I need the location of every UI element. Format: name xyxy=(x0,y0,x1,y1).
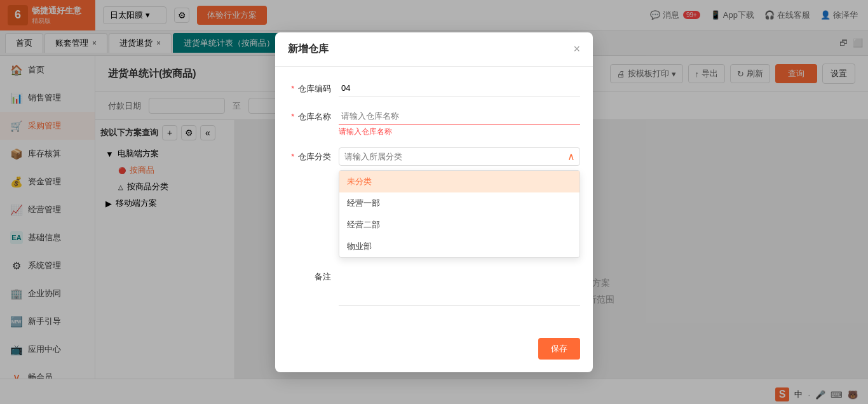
dialog-close-btn[interactable]: × xyxy=(573,43,580,56)
dialog-title: 新增仓库 xyxy=(288,43,329,56)
note-textarea[interactable] xyxy=(339,267,580,306)
new-warehouse-dialog: 新增仓库 × * 仓库编码 * 仓库名称 xyxy=(275,32,593,372)
name-error-msg: 请输入仓库名称 xyxy=(339,126,580,137)
form-row-code: * 仓库编码 xyxy=(288,79,580,97)
category-input[interactable] xyxy=(339,147,580,166)
category-input-wrap: ∧ xyxy=(339,147,580,166)
category-label: * 仓库分类 xyxy=(288,147,339,163)
form-row-category: * 仓库分类 ∧ 未分类 经营一部 经营二部 物业部 xyxy=(288,147,580,166)
required-star-3: * xyxy=(291,152,294,161)
code-input[interactable] xyxy=(339,79,580,97)
dialog-footer: 保存 xyxy=(275,330,593,372)
note-control xyxy=(339,267,580,307)
name-control: 请输入仓库名称 xyxy=(339,107,580,137)
dropdown-item-dept1[interactable]: 经营一部 xyxy=(339,192,580,214)
form-row-note: 备注 xyxy=(288,267,580,307)
dialog-header: 新增仓库 × xyxy=(275,32,593,67)
required-star-2: * xyxy=(291,112,294,121)
code-label-text: 仓库编码 xyxy=(298,84,331,93)
category-control: ∧ 未分类 经营一部 经营二部 物业部 xyxy=(339,147,580,166)
name-input[interactable] xyxy=(339,107,580,125)
name-label: * 仓库名称 xyxy=(288,107,339,123)
dialog-overlay: 新增仓库 × * 仓库编码 * 仓库名称 xyxy=(0,0,868,404)
category-label-text: 仓库分类 xyxy=(298,152,331,161)
dropdown-item-none[interactable]: 未分类 xyxy=(339,171,580,192)
dialog-body: * 仓库编码 * 仓库名称 请输入仓库名称 xyxy=(275,67,593,330)
save-button[interactable]: 保存 xyxy=(538,338,580,360)
required-star: * xyxy=(291,84,294,93)
code-control xyxy=(339,79,580,97)
note-label: 备注 xyxy=(288,267,339,283)
category-dropdown: 未分类 经营一部 经营二部 物业部 xyxy=(339,170,580,258)
form-row-name: * 仓库名称 请输入仓库名称 xyxy=(288,107,580,137)
dropdown-item-dept2[interactable]: 经营二部 xyxy=(339,214,580,236)
name-label-text: 仓库名称 xyxy=(298,112,331,121)
category-toggle-icon[interactable]: ∧ xyxy=(567,151,575,163)
dropdown-item-dept3[interactable]: 物业部 xyxy=(339,236,580,257)
code-label: * 仓库编码 xyxy=(288,79,339,95)
note-label-text: 备注 xyxy=(315,272,331,281)
